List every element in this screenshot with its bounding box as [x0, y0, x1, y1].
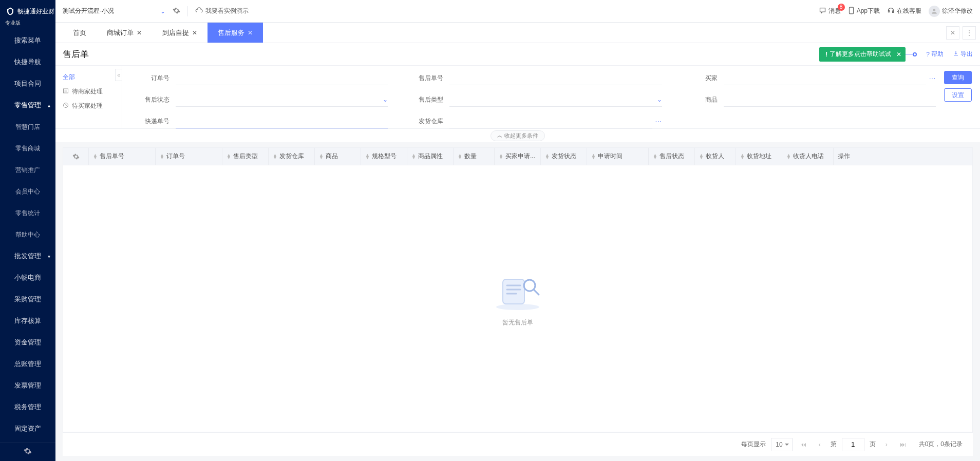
sidebar-item[interactable]: 总账管理	[0, 353, 55, 375]
settings-button[interactable]: 设置	[944, 88, 972, 102]
input-ship-wh[interactable]	[449, 114, 652, 128]
sidebar-items: 搜索菜单快捷导航项目合同零售管理▴智慧门店零售商城营销推广会员中心零售统计帮助中…	[0, 30, 55, 443]
tab[interactable]: 商城订单✕	[97, 23, 152, 43]
query-button[interactable]: 查询	[944, 71, 972, 84]
headset-icon	[887, 7, 895, 16]
input-buyer[interactable]	[724, 71, 926, 85]
column-header[interactable]: ▲▼发货状态	[541, 148, 587, 165]
column-header[interactable]: ▲▼收货地址	[736, 148, 782, 165]
service-label: 在线客服	[897, 7, 921, 15]
column-header[interactable]: ▲▼收货人电话	[782, 148, 834, 165]
sidebar-subitem[interactable]: 会员中心	[0, 181, 55, 202]
export-button[interactable]: 导出	[953, 50, 973, 59]
filter-cat-seller[interactable]: 待商家处理	[55, 84, 122, 99]
column-header[interactable]: ▲▼收货人	[695, 148, 736, 165]
sidebar-item[interactable]: 快捷导航	[0, 51, 55, 73]
sidebar-subitem[interactable]: 零售商城	[0, 138, 55, 159]
close-icon[interactable]: ✕	[137, 29, 142, 36]
demo-link[interactable]: 我要看实例演示	[195, 7, 249, 15]
question-icon: ?	[926, 51, 930, 58]
sidebar-item[interactable]: 发票管理	[0, 375, 55, 396]
tenant-settings-icon[interactable]	[173, 7, 180, 16]
tab-label: 到店自提	[162, 28, 189, 37]
page-input[interactable]	[842, 438, 864, 451]
filter-category-list: 全部 待商家处理 待买家处理 «	[55, 66, 122, 128]
tab-more[interactable]: ⋮	[963, 26, 976, 40]
close-icon[interactable]: ✕	[896, 51, 901, 58]
column-header[interactable]: ▲▼售后状态	[649, 148, 695, 165]
sort-icon: ▲▼	[545, 154, 550, 159]
column-header[interactable]: ▲▼订单号	[156, 148, 222, 165]
per-page-value: 10	[776, 441, 782, 448]
next-page-button[interactable]: ›	[881, 439, 892, 450]
input-order-no[interactable]	[176, 71, 388, 85]
brand-icon	[5, 6, 15, 16]
page-header: 售后单 ! 了解更多点击帮助试试 ✕ ? 帮助 导出	[55, 43, 980, 66]
collapse-more-button[interactable]: ︽ 收起更多条件	[491, 130, 545, 141]
table-header: ▲▼售后单号▲▼订单号▲▼售后类型▲▼发货仓库▲▼商品▲▼规格型号▲▼商品属性▲…	[63, 148, 972, 165]
prev-page-button[interactable]: ‹	[814, 439, 825, 450]
messages-button[interactable]: 消息 8	[819, 7, 841, 16]
brand-name: 畅捷通好业财	[17, 7, 54, 16]
sidebar-item[interactable]: 工资	[0, 439, 55, 443]
column-header[interactable]: ▲▼商品属性	[407, 148, 454, 165]
app-download-button[interactable]: App下载	[848, 7, 880, 16]
filter-seller-label: 待商家处理	[72, 87, 103, 96]
select-after-status[interactable]: ⌄	[176, 92, 388, 107]
column-header[interactable]: ▲▼售后类型	[222, 148, 269, 165]
sidebar-item[interactable]: 资金管理	[0, 332, 55, 353]
tab[interactable]: 首页	[63, 23, 97, 43]
sidebar-item[interactable]: 批发管理▾	[0, 245, 55, 267]
sidebar-item[interactable]: 采购管理	[0, 289, 55, 310]
input-goods[interactable]	[724, 92, 936, 107]
sidebar-item[interactable]: 项目合同	[0, 73, 55, 94]
sidebar-item[interactable]: 小畅电商	[0, 267, 55, 289]
column-header[interactable]: ▲▼申请时间	[587, 148, 649, 165]
column-label: 商品属性	[418, 152, 443, 161]
sidebar-subitem[interactable]: 零售统计	[0, 202, 55, 224]
sidebar-item[interactable]: 固定资产	[0, 418, 55, 439]
sidebar-subitem[interactable]: 智慧门店	[0, 116, 55, 138]
buyer-picker-icon[interactable]: ···	[929, 74, 936, 82]
select-after-type[interactable]: ⌄	[449, 92, 662, 107]
filter-cat-buyer[interactable]: 待买家处理	[55, 99, 122, 113]
input-express-no[interactable]	[176, 114, 388, 128]
column-header[interactable]: ▲▼规格型号	[361, 148, 407, 165]
tab[interactable]: 售后服务✕	[208, 23, 263, 43]
column-label: 商品	[326, 152, 338, 161]
tab-close-all[interactable]: ✕	[946, 26, 959, 40]
column-header[interactable]: 操作	[834, 148, 972, 165]
sidebar-subitem[interactable]: 帮助中心	[0, 224, 55, 245]
first-page-button[interactable]: ⏮	[798, 439, 809, 450]
sort-icon: ▲▼	[786, 154, 791, 159]
column-header[interactable]: ▲▼售后单号	[89, 148, 156, 165]
tenant-selector[interactable]: 测试分开流程-小况 ⌄	[63, 7, 165, 15]
filter-cat-all[interactable]: 全部	[55, 70, 122, 84]
per-page-select[interactable]: 10	[771, 438, 792, 451]
column-label: 收货人	[706, 152, 724, 161]
column-header[interactable]: ▲▼买家申请...	[495, 148, 541, 165]
column-header[interactable]: ▲▼商品	[315, 148, 361, 165]
divider	[187, 6, 188, 16]
tab[interactable]: 到店自提✕	[152, 23, 208, 43]
chevron-down-icon: ⌄	[383, 96, 388, 103]
sidebar-item[interactable]: 搜索菜单	[0, 30, 55, 51]
sidebar-item[interactable]: 库存核算	[0, 310, 55, 332]
last-page-button[interactable]: ⏭	[897, 439, 909, 450]
user-name: 徐泽华修改	[942, 7, 973, 15]
input-after-no[interactable]	[449, 71, 662, 85]
online-service-button[interactable]: 在线客服	[887, 7, 921, 16]
column-header[interactable]: ▲▼数量	[454, 148, 495, 165]
sidebar-settings[interactable]	[0, 443, 55, 461]
filter-left-collapse[interactable]: «	[115, 69, 122, 81]
user-menu[interactable]: 徐泽华修改	[929, 6, 973, 17]
sidebar-item[interactable]: 税务管理	[0, 396, 55, 418]
help-button[interactable]: ? 帮助	[926, 50, 944, 59]
warehouse-picker-icon[interactable]: ···	[655, 118, 662, 125]
sidebar-item[interactable]: 零售管理▴	[0, 94, 55, 116]
column-settings[interactable]	[63, 148, 89, 165]
close-icon[interactable]: ✕	[192, 29, 197, 36]
column-header[interactable]: ▲▼发货仓库	[269, 148, 315, 165]
sidebar-subitem[interactable]: 营销推广	[0, 159, 55, 181]
close-icon[interactable]: ✕	[248, 29, 253, 36]
